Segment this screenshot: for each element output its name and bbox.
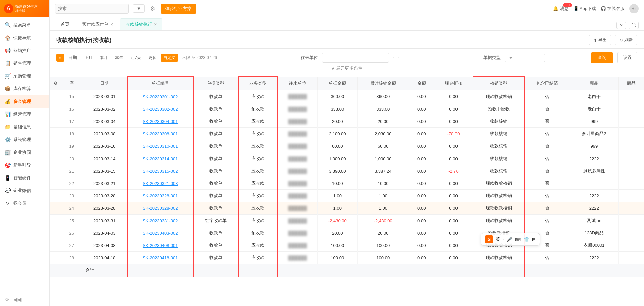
sidebar-item-base-info[interactable]: 📁基础信息	[0, 121, 49, 133]
refresh-button[interactable]: ↻ 刷新	[615, 35, 637, 45]
member-icon: V	[5, 201, 11, 206]
tab-prepay-close[interactable]: ×	[110, 22, 113, 27]
tabbar: 首页 预付款应付单 × 收款核销执行 × ✕ ⛶	[50, 17, 644, 31]
export-button[interactable]: ⬆ 导出	[589, 35, 611, 45]
cell-voucher-no[interactable]: SK-20230301-002	[127, 90, 193, 103]
table-row[interactable]: 26 2023-04-03 SK-20230403-002 收款单 预收款 ██…	[50, 227, 644, 239]
table-row[interactable]: 17 2023-03-04 SK-20230304-001 收款单 应收款 ██…	[50, 115, 644, 128]
cell-voucher-no[interactable]: SK-20230314-001	[127, 152, 193, 165]
cell-cash-discount: 0.00	[434, 90, 473, 103]
cell-voucher-no[interactable]: SK-20230328-002	[127, 202, 193, 215]
cell-voucher-no[interactable]: SK-20230310-001	[127, 140, 193, 152]
cell-voucher-no[interactable]: SK-20230315-002	[127, 165, 193, 177]
filter-settings-btn[interactable]: 设置	[617, 52, 637, 63]
filter-this-year-btn[interactable]: 本年	[112, 54, 126, 62]
table-row[interactable]: 25 2023-03-31 SK-20230331-002 红字收款单 应收款 …	[50, 215, 644, 227]
avatar[interactable]: Rit	[629, 4, 639, 13]
cell-writeoff-type: 收款核销	[473, 152, 525, 165]
table-row[interactable]: 27 2023-04-08 SK-20230408-001 收款单 应收款 ██…	[50, 239, 644, 252]
sidebar-item-marketing[interactable]: 📢营销推广	[0, 44, 49, 57]
cell-voucher-no[interactable]: SK-20230304-001	[127, 115, 193, 128]
sidebar-label-enterprise: 企业协同	[13, 149, 31, 156]
sidebar-item-system[interactable]: ⚙️系统管理	[0, 133, 49, 146]
cell-voucher-no[interactable]: SK-20230328-001	[127, 190, 193, 202]
filter-partner-input[interactable]	[322, 53, 389, 63]
table-row[interactable]: 24 2023-03-28 SK-20230328-002 收款单 应收款 ██…	[50, 202, 644, 215]
table-row[interactable]: 23 2023-03-28 SK-20230328-001 收款单 应收款 ██…	[50, 190, 644, 202]
cell-voucher-no[interactable]: SK-20230408-001	[127, 239, 193, 252]
sidebar-item-purchase[interactable]: 🛒采购管理	[0, 70, 49, 82]
expand-more-btn[interactable]: ∨ 展开更多条件	[56, 63, 637, 73]
cell-product2	[619, 152, 644, 165]
cell-date: 2023-03-08	[82, 128, 127, 140]
sidebar-gear-icon[interactable]: ⚙	[5, 296, 9, 303]
filter-this-month-btn[interactable]: 本月	[97, 54, 111, 62]
filter-bar: » 日期 上月 本月 本年 近7天 更多 自定义 不限 至 2023-07-26…	[50, 49, 644, 76]
filter-custom-btn[interactable]: 自定义	[161, 54, 178, 62]
cell-balance: 0.00	[409, 252, 434, 264]
tab-collection-close[interactable]: ×	[154, 22, 157, 27]
sidebar-item-wechat[interactable]: 💬企业微信	[0, 184, 49, 197]
filter-voucher-type-select[interactable]: ▼	[505, 54, 545, 62]
filter-more-btn[interactable]: 更多	[145, 54, 159, 62]
table-row[interactable]: 19 2023-03-10 SK-20230310-001 收款单 应收款 ██…	[50, 140, 644, 152]
cell-voucher-no[interactable]: SK-20230418-001	[127, 252, 193, 264]
sidebar-label-sales: 销售管理	[13, 60, 31, 66]
sidebar-item-sales[interactable]: 📋销售管理	[0, 57, 49, 70]
cell-row-num: 28	[62, 252, 82, 264]
data-table: ⚙ 序 日期 单据编号 单据类型 业务类型 往来单位 单据金额 累计核销金额 余…	[50, 76, 644, 277]
table-row[interactable]: 15 2023-03-01 SK-20230301-002 收款单 应收款 ██…	[50, 90, 644, 103]
tab-collection[interactable]: 收款核销执行 ×	[120, 18, 162, 30]
cell-writeoff-type: 现款收款核销	[473, 202, 525, 215]
filter-last-month-btn[interactable]: 上月	[81, 54, 95, 62]
sidebar-collapse-icon[interactable]: ◀◀	[13, 296, 21, 303]
sidebar-item-enterprise[interactable]: 🏢企业协同	[0, 146, 49, 159]
cell-amount: 1.00	[318, 190, 358, 202]
table-row[interactable]: 22 2023-03-21 SK-20230321-003 收款单 应收款 ██…	[50, 177, 644, 190]
tab-home[interactable]: 首页	[55, 18, 75, 30]
sidebar-item-guide[interactable]: 🎯新手引导	[0, 159, 49, 172]
cell-voucher-no[interactable]: SK-20230331-002	[127, 215, 193, 227]
cell-partner: ██████	[277, 90, 318, 103]
page-title: 收款核销执行(按收款)	[56, 36, 111, 44]
search-input[interactable]	[55, 4, 129, 14]
app-download-btn[interactable]: 📱 App下载	[573, 6, 596, 12]
cell-voucher-no[interactable]: SK-20230321-003	[127, 177, 193, 190]
table-row[interactable]: 16 2023-03-02 SK-20230302-002 收款单 预收款 ██…	[50, 103, 644, 115]
cell-product: 老白干	[570, 90, 619, 103]
cell-voucher-no[interactable]: SK-20230308-001	[127, 128, 193, 140]
table-row[interactable]: 21 2023-03-15 SK-20230315-002 收款单 应收款 ██…	[50, 165, 644, 177]
topbar-gear-icon[interactable]: ⚙	[149, 4, 157, 14]
sidebar-item-hardware[interactable]: 📱智能硬件	[0, 172, 49, 184]
online-service-btn[interactable]: 🎧 在线客服	[601, 6, 625, 12]
cell-partner: ██████	[277, 140, 318, 152]
tab-close-window-btn[interactable]: ✕	[616, 22, 626, 29]
cell-amount: 333.00	[318, 103, 358, 115]
cell-cumulative: 60.00	[358, 140, 409, 152]
tab-fullscreen-btn[interactable]: ⛶	[629, 22, 639, 29]
filter-query-btn[interactable]: 查询	[591, 52, 613, 63]
cell-balance: 0.00	[409, 190, 434, 202]
filter-7days-btn[interactable]: 近7天	[127, 54, 144, 62]
col-settings[interactable]: ⚙	[50, 77, 62, 90]
cell-voucher-no[interactable]: SK-20230302-002	[127, 103, 193, 115]
sidebar-item-search[interactable]: 🔍搜索菜单	[0, 19, 49, 32]
topbar-right: 🔔 消息 99+ 📱 App下载 🎧 在线客服 Rit	[553, 4, 639, 13]
sidebar-item-inventory[interactable]: 📦库存核算	[0, 82, 49, 95]
sidebar-item-member[interactable]: V畅会员	[0, 197, 49, 210]
table-row[interactable]: 18 2023-03-08 SK-20230308-001 收款单 应收款 ██…	[50, 128, 644, 140]
cell-voucher-type: 红字收款单	[193, 215, 238, 227]
table-row[interactable]: 20 2023-03-14 SK-20230314-001 收款单 应收款 ██…	[50, 152, 644, 165]
topbar-dropdown[interactable]: ▼	[133, 4, 145, 13]
table-row[interactable]: 28 2023-04-18 SK-20230418-001 收款单 应收款 ██…	[50, 252, 644, 264]
filter-toggle-btn[interactable]: »	[56, 54, 64, 62]
footer-biz-type	[238, 264, 277, 277]
sidebar-item-quick-nav[interactable]: 🏠快捷导航	[0, 32, 49, 44]
sidebar-item-operations[interactable]: 📊经营管理	[0, 108, 49, 121]
solution-button[interactable]: 体验行业方案	[161, 4, 196, 14]
sidebar-item-finance[interactable]: 💰资金管理	[0, 95, 49, 108]
notification-btn[interactable]: 🔔 消息 99+	[553, 6, 569, 12]
cell-voucher-no[interactable]: SK-20230403-002	[127, 227, 193, 239]
tab-prepay[interactable]: 预付款应付单 ×	[76, 18, 119, 30]
cell-include-cleared: 否	[525, 177, 570, 190]
